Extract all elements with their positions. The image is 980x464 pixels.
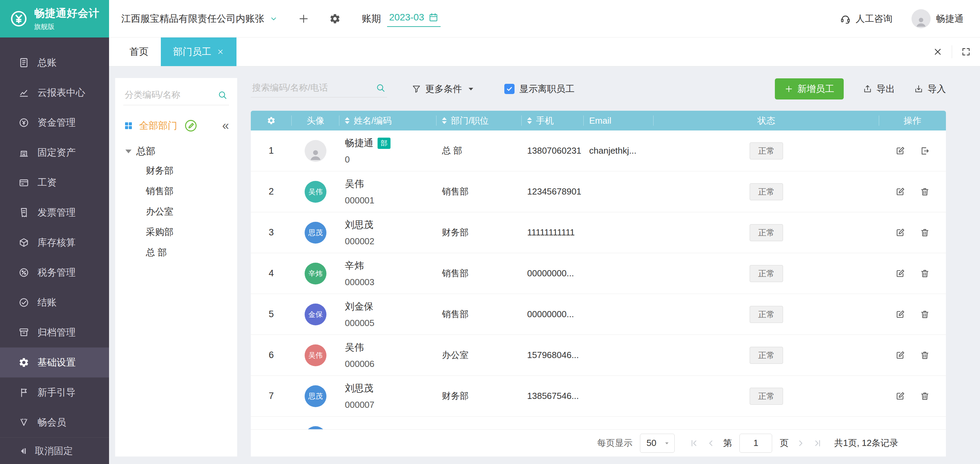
tree-node-root[interactable]: 总部 <box>123 145 229 158</box>
page-input[interactable] <box>740 434 772 453</box>
add-button[interactable] <box>298 13 309 24</box>
tab-close-icon[interactable] <box>217 48 224 56</box>
sidebar-item-ledger[interactable]: 总账 <box>0 48 109 78</box>
close-icon[interactable] <box>932 47 943 57</box>
tree-node[interactable]: 采购部 <box>123 222 229 242</box>
collapse-panel-icon[interactable]: « <box>222 119 229 132</box>
unpin-button[interactable]: 取消固定 <box>0 437 109 464</box>
export-label: 导出 <box>877 83 895 95</box>
table-row[interactable]: 6 吴伟 吴伟 000006 办公室 157968046... 正常 <box>251 335 946 376</box>
gear-icon[interactable] <box>267 116 276 125</box>
tax-icon <box>18 267 29 278</box>
search-icon[interactable] <box>375 83 386 93</box>
sidebar-item-asset[interactable]: 固定资产 <box>0 138 109 168</box>
company-selector[interactable]: 江西服宝精品有限责任公司内账张 <box>121 12 278 25</box>
edit-icon[interactable] <box>895 391 905 401</box>
tab[interactable]: 部门员工 <box>161 38 237 66</box>
sidebar-item-archive[interactable]: 归档管理 <box>0 318 109 348</box>
status-badge: 正常 <box>750 388 783 405</box>
sidebar-item-settings[interactable]: 基础设置 <box>0 348 109 377</box>
dept-badge: 部 <box>377 138 390 149</box>
more-filters-button[interactable]: 更多条件 <box>412 83 476 95</box>
tab[interactable]: 首页 <box>117 38 161 66</box>
department-tree: 财务部销售部办公室采购部总 部 <box>123 160 229 263</box>
fullscreen-icon[interactable] <box>961 47 971 57</box>
delete-icon[interactable] <box>920 309 930 319</box>
search-icon[interactable] <box>217 90 228 100</box>
support-button[interactable]: 人工咨询 <box>840 13 892 25</box>
chevron-down-icon <box>663 440 670 447</box>
sidebar-item-invoice[interactable]: 发票管理 <box>0 198 109 227</box>
sidebar-item-salary[interactable]: 工资 <box>0 168 109 198</box>
sidebar-item-member[interactable]: 畅会员 <box>0 407 109 437</box>
checkbox-checked[interactable] <box>504 84 514 94</box>
prev-page-button[interactable] <box>706 439 716 448</box>
delete-icon[interactable] <box>920 391 930 401</box>
sort-icon[interactable] <box>442 117 447 124</box>
sidebar-item-report[interactable]: 云报表中心 <box>0 78 109 108</box>
sort-icon[interactable] <box>345 117 350 124</box>
column-header-name[interactable]: 姓名/编码 <box>339 111 436 130</box>
employee-dept: 销售部 <box>442 186 469 198</box>
delete-icon[interactable] <box>920 350 930 361</box>
sidebar-item-guide[interactable]: 新手引导 <box>0 377 109 407</box>
tree-expand-icon[interactable] <box>126 149 132 153</box>
delete-icon[interactable] <box>920 227 930 238</box>
column-settings[interactable] <box>251 111 292 130</box>
table-row[interactable]: 4 辛炜 辛炜 000003 销售部 00000000... 正常 <box>251 253 946 294</box>
user-menu[interactable]: 畅捷通 <box>912 9 964 28</box>
table-header: 头像 姓名/编码 部门/职位 手机 Email 状态 操作 <box>251 111 946 130</box>
edit-icon[interactable] <box>895 146 905 156</box>
avatar <box>912 9 931 28</box>
employee-phone: 00000000... <box>527 309 574 319</box>
user-name: 畅捷通 <box>936 13 964 25</box>
sidebar-item-label: 基础设置 <box>38 356 76 369</box>
edit-icon[interactable] <box>895 187 905 197</box>
logout-icon[interactable] <box>920 146 930 156</box>
first-page-button[interactable] <box>689 439 698 448</box>
tree-node[interactable]: 财务部 <box>123 160 229 181</box>
department-search <box>123 87 229 105</box>
delete-icon[interactable] <box>920 187 930 197</box>
show-resigned-checkbox[interactable]: 显示离职员工 <box>504 83 574 95</box>
column-header-dept[interactable]: 部门/职位 <box>436 111 522 130</box>
table-row[interactable]: 2 吴伟 吴伟 000001 销售部 12345678901 正常 <box>251 172 946 212</box>
sidebar-item-label: 发票管理 <box>38 206 76 219</box>
edit-icon[interactable] <box>895 269 905 279</box>
edit-departments-icon[interactable] <box>184 119 197 132</box>
sidebar-item-funds[interactable]: 资金管理 <box>0 108 109 138</box>
status-badge: 正常 <box>750 142 783 159</box>
period-selector[interactable]: 2023-03 <box>387 11 441 27</box>
table-row[interactable] <box>251 416 946 429</box>
export-button[interactable]: 导出 <box>863 83 895 95</box>
sidebar-item-inventory[interactable]: 库存核算 <box>0 227 109 257</box>
edit-icon[interactable] <box>895 227 905 238</box>
employee-code: 000007 <box>345 400 374 410</box>
tree-node[interactable]: 销售部 <box>123 181 229 201</box>
row-index: 5 <box>269 309 274 319</box>
next-page-button[interactable] <box>796 439 805 448</box>
edit-icon[interactable] <box>895 309 905 319</box>
tree-node[interactable]: 办公室 <box>123 201 229 222</box>
column-header-phone[interactable]: 手机 <box>522 111 584 130</box>
all-departments-label[interactable]: 全部部门 <box>139 119 177 132</box>
add-employee-button[interactable]: 新增员工 <box>775 78 844 100</box>
settings-button[interactable] <box>329 13 341 24</box>
table-row[interactable]: 3 思茂 刘思茂 000002 财务部 11111111111 正常 <box>251 212 946 253</box>
tree-node[interactable]: 总 部 <box>123 242 229 263</box>
department-search-input[interactable] <box>125 90 215 100</box>
import-button[interactable]: 导入 <box>914 83 946 95</box>
table-row[interactable]: 7 思茂 刘思茂 000007 财务部 138567546... 正常 <box>251 376 946 416</box>
last-page-button[interactable] <box>813 439 822 448</box>
employee-search-input[interactable] <box>252 83 373 93</box>
table-row[interactable]: 1 畅捷通 部 0 总 部 13807060231 chanjethkj... … <box>251 130 946 172</box>
sidebar-item-closing[interactable]: 结账 <box>0 288 109 318</box>
brand-text: 畅捷通好会计 旗舰版 <box>34 6 100 31</box>
delete-icon[interactable] <box>920 269 930 279</box>
sidebar-item-tax[interactable]: 税务管理 <box>0 257 109 288</box>
per-page-select[interactable]: 50 <box>640 434 675 453</box>
sort-icon[interactable] <box>527 117 532 124</box>
funds-icon <box>18 117 29 128</box>
edit-icon[interactable] <box>895 350 905 361</box>
table-row[interactable]: 5 金保 刘金保 000005 销售部 00000000... 正常 <box>251 294 946 335</box>
